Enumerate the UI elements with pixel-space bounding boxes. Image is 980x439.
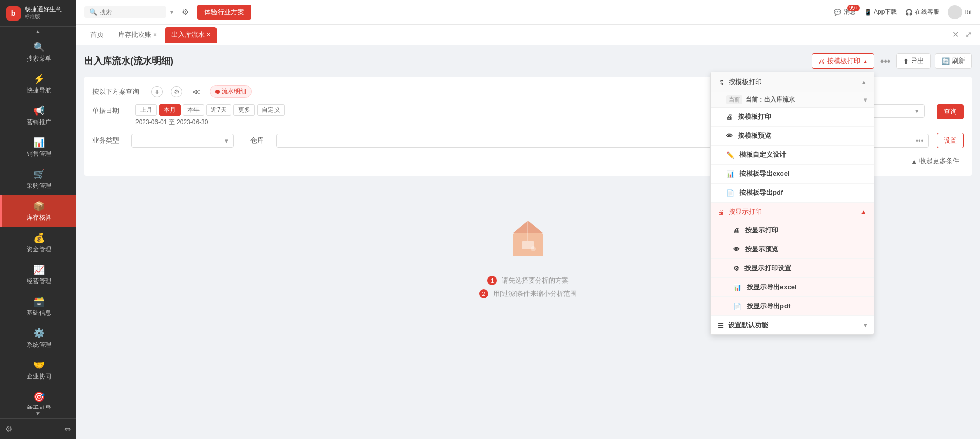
filter-label: 按以下方案查询 xyxy=(92,87,139,96)
filter-settings-btn[interactable]: ⚙ xyxy=(171,86,182,97)
topbar-gear-icon[interactable]: ⚙ xyxy=(182,7,189,17)
message-btn[interactable]: 💬 消息 99+ xyxy=(834,8,856,16)
sidebar-item-operations[interactable]: 📈 经营管理 xyxy=(0,259,76,291)
display-settings-icon: ⚙ xyxy=(733,265,739,272)
export-btn[interactable]: ⬆ 导出 xyxy=(896,53,931,69)
dropdown-footer[interactable]: ☰ 设置默认功能 ▾ xyxy=(711,316,874,334)
date-btn-this-year[interactable]: 本年 xyxy=(183,104,204,116)
biz-type-select[interactable]: ▾ xyxy=(131,134,234,148)
refresh-btn[interactable]: 🔄 刷新 xyxy=(935,53,972,69)
dropdown-template-custom[interactable]: ✏️ 模板自定义设计 xyxy=(711,146,874,165)
display-print-header-icon: 🖨 xyxy=(718,208,724,216)
app-logo: b 畅捷通好生意 标准版 xyxy=(0,0,76,27)
page-title: 出入库流水(流水明细) xyxy=(84,55,173,67)
date-range-text: 2023-06-01 至 2023-06-30 xyxy=(135,118,285,127)
search-box[interactable]: 🔍 xyxy=(84,6,166,18)
date-btn-more[interactable]: 更多 xyxy=(233,104,255,116)
dropdown-display-preview[interactable]: 👁 按显示预览 xyxy=(711,240,874,259)
svg-point-4 xyxy=(531,246,536,251)
user-avatar-btn[interactable]: Rit xyxy=(948,5,972,19)
app-download-btn[interactable]: 📱 App下载 xyxy=(864,8,897,16)
dropdown-display-excel[interactable]: 📊 按显示导出excel xyxy=(711,278,874,297)
sales-icon: 📊 xyxy=(33,137,45,148)
headset-icon: 🎧 xyxy=(905,9,913,16)
tab-stock-flow[interactable]: 出入库流水 × xyxy=(165,27,217,43)
basic-icon: 🗃️ xyxy=(33,296,45,307)
search-input[interactable] xyxy=(100,9,151,16)
display-pdf-icon: 📄 xyxy=(733,303,741,310)
sidebar-item-basic[interactable]: 🗃️ 基础信息 xyxy=(0,291,76,323)
tab-home[interactable]: 首页 xyxy=(84,27,110,43)
sidebar-scroll-down[interactable]: ▼ xyxy=(0,409,76,418)
display-preview-icon: 👁 xyxy=(733,246,740,253)
dropdown-display-section: 🖨 按显示打印 ▲ 🖨 按显示打印 👁 按显 xyxy=(711,203,874,316)
collapse-more-btn[interactable]: ▲ 收起更多条件 xyxy=(907,154,964,168)
sidebar: b 畅捷通好生意 标准版 ▲ 🔍 搜索菜单 ⚡ 快捷导航 📢 营销推广 📊 销售… xyxy=(0,0,76,439)
topbar-left: 🔍 ▾ ⚙ 体验行业方案 xyxy=(84,5,834,20)
filter-add-btn[interactable]: + xyxy=(151,86,163,97)
marketing-icon: 📢 xyxy=(33,105,45,116)
date-btn-last-month[interactable]: 上月 xyxy=(135,104,157,116)
purchase-icon: 🛒 xyxy=(33,169,45,180)
filter-tag-item[interactable]: 流水明细 xyxy=(210,85,252,98)
sidebar-item-inventory[interactable]: 📦 库存核算 xyxy=(0,195,76,227)
dropdown-template-print[interactable]: 🖨 按模板打印 xyxy=(711,108,874,127)
tab-maximize-icon[interactable]: ⤢ xyxy=(965,30,972,39)
sidebar-item-collab[interactable]: 🤝 企业协同 xyxy=(0,354,76,386)
actions-more-dots[interactable]: ••• xyxy=(878,56,892,67)
settings-btn[interactable]: 设置 xyxy=(937,133,964,148)
print-template-btn[interactable]: 🖨 按模板打印 ▲ xyxy=(812,53,874,69)
dropdown-display-print[interactable]: 🖨 按显示打印 xyxy=(711,221,874,240)
dropdown-template-excel[interactable]: 📊 按模板导出excel xyxy=(711,165,874,184)
template-excel-icon: 📊 xyxy=(726,170,734,178)
sidebar-item-guide[interactable]: 🎯 新手引导 xyxy=(0,386,76,409)
sidebar-item-system[interactable]: ⚙️ 系统管理 xyxy=(0,323,76,354)
template-print-icon: 🖨 xyxy=(726,113,733,121)
search-dropdown-chevron[interactable]: ▾ xyxy=(170,9,173,16)
collab-icon: 🤝 xyxy=(33,360,45,371)
tab-inventory-batch-close[interactable]: × xyxy=(153,31,157,38)
tag-dot xyxy=(215,90,220,94)
display-excel-icon: 📊 xyxy=(733,284,741,291)
app-version: 标准版 xyxy=(25,13,62,21)
biz-type-chevron: ▾ xyxy=(225,137,228,145)
tab-stock-flow-close[interactable]: × xyxy=(207,31,210,38)
dropdown-template-preview[interactable]: 👁 按模板预览 xyxy=(711,127,874,146)
date-btn-7days[interactable]: 近7天 xyxy=(206,104,231,116)
warehouse-more-dots[interactable]: ••• xyxy=(916,137,923,145)
sidebar-item-finance[interactable]: 💰 资金管理 xyxy=(0,227,76,259)
dropdown-display-settings[interactable]: ⚙ 按显示打印设置 xyxy=(711,259,874,278)
settings-icon[interactable]: ⚙ xyxy=(5,424,12,434)
display-print-icon: 🖨 xyxy=(733,227,740,234)
sidebar-item-quick-nav[interactable]: ⚡ 快捷导航 xyxy=(0,68,76,100)
online-service-btn[interactable]: 🎧 在线客服 xyxy=(905,8,939,16)
dropdown-header[interactable]: 🖨 按模板打印 ▲ xyxy=(711,72,874,92)
tab-inventory-batch[interactable]: 库存批次账 × xyxy=(112,27,163,43)
empty-illustration xyxy=(502,213,554,266)
date-btn-this-month[interactable]: 本月 xyxy=(159,104,181,116)
sidebar-item-purchase[interactable]: 🛒 采购管理 xyxy=(0,164,76,195)
date-btn-custom[interactable]: 自定义 xyxy=(257,104,285,116)
sidebar-item-search[interactable]: 🔍 搜索菜单 xyxy=(0,36,76,68)
print-icon: 🖨 xyxy=(818,57,825,65)
dropdown-template-pdf[interactable]: 📄 按模板导出pdf xyxy=(711,184,874,203)
query-btn[interactable]: 查询 xyxy=(937,104,964,119)
template-pdf-icon: 📄 xyxy=(726,189,734,197)
sidebar-item-sales[interactable]: 📊 销售管理 xyxy=(0,132,76,164)
date-btn-group: 上月 本月 本年 近7天 更多 自定义 xyxy=(135,104,285,116)
empty-text-2: 2 用[过滤]条件来缩小分析范围 xyxy=(479,287,577,301)
industry-btn[interactable]: 体验行业方案 xyxy=(197,5,251,20)
page-title-row: 出入库流水(流水明细) 🖨 按模板打印 ▲ 🖨 xyxy=(84,53,972,69)
sidebar-item-marketing[interactable]: 📢 营销推广 xyxy=(0,100,76,132)
dropdown-display-pdf[interactable]: 📄 按显示导出pdf xyxy=(711,297,874,316)
tab-close-all-icon[interactable]: ✕ xyxy=(952,30,959,39)
quick-nav-icon: ⚡ xyxy=(33,73,45,85)
dropdown-display-header[interactable]: 🖨 按显示打印 ▲ xyxy=(711,203,874,221)
sidebar-scroll-up[interactable]: ▲ xyxy=(0,27,76,36)
search-icon: 🔍 xyxy=(89,8,97,16)
topbar-right: 💬 消息 99+ 📱 App下载 🎧 在线客服 Rit xyxy=(834,5,972,19)
filter-collapse-btn[interactable]: ≪ xyxy=(190,86,202,97)
collapse-sidebar-icon[interactable]: ⇔ xyxy=(64,424,71,434)
system-icon: ⚙️ xyxy=(33,328,45,339)
empty-text-1: 1 请先选择要分析的方案 xyxy=(487,274,569,287)
